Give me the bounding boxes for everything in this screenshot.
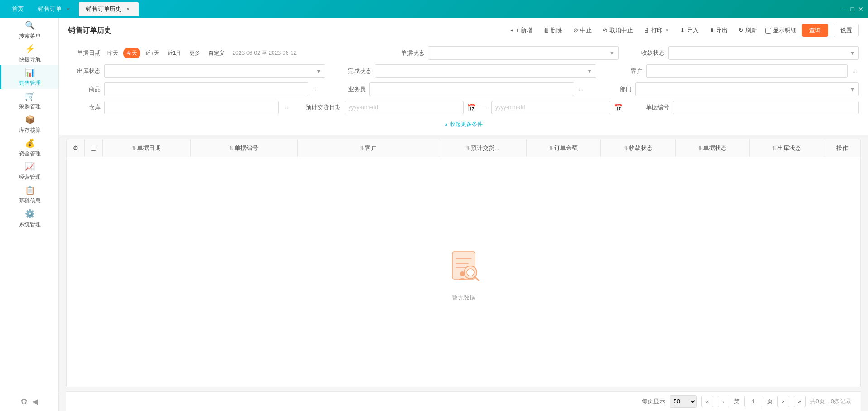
- print-dropdown-icon[interactable]: ▼: [665, 28, 669, 33]
- svg-point-5: [467, 269, 474, 276]
- sidebar-collapse-icon[interactable]: ◀: [32, 396, 38, 406]
- table-body: 暂无数据: [67, 157, 860, 387]
- salesperson-dots[interactable]: ···: [577, 86, 585, 93]
- settings-icon: ⚙: [73, 145, 78, 151]
- product-input[interactable]: [104, 82, 308, 96]
- sidebar-item-purchase-mgmt[interactable]: 🛒 采购管理: [0, 89, 58, 112]
- display-checkbox[interactable]: [765, 28, 771, 34]
- delivery-date-end-placeholder: yyyy-mm-dd: [495, 104, 525, 111]
- next-page-button[interactable]: ›: [777, 396, 789, 407]
- th-sort-icon-delivery-status[interactable]: ⇅: [772, 145, 776, 150]
- delivery-date-start[interactable]: yyyy-mm-dd: [345, 101, 464, 114]
- th-customer: ⇅ 客户: [298, 139, 439, 157]
- delivery-date-control: yyyy-mm-dd 📅 — yyyy-mm-dd 📅: [345, 101, 623, 114]
- date-btn-today[interactable]: 今天: [123, 48, 140, 58]
- date-btn-custom[interactable]: 自定义: [205, 48, 228, 58]
- sidebar-item-system-mgmt-label: 系统管理: [19, 221, 41, 228]
- last-page-button[interactable]: »: [794, 396, 806, 407]
- tab-sales-order-history[interactable]: 销售订单历史 ✕: [79, 2, 139, 16]
- th-sort-icon-payment[interactable]: ⇅: [624, 145, 628, 150]
- th-sort-icon-order-status[interactable]: ⇅: [698, 145, 702, 150]
- date-btn-yesterday[interactable]: 昨天: [104, 48, 121, 58]
- date-btn-7days[interactable]: 近7天: [142, 48, 163, 58]
- th-sort-icon-date[interactable]: ⇅: [132, 145, 136, 150]
- th-delivery-status: ⇅ 出库状态: [750, 139, 824, 157]
- th-sort-icon-delivery[interactable]: ⇅: [466, 145, 470, 150]
- completion-status-label: 完成状态: [339, 67, 375, 75]
- warehouse-dots[interactable]: ···: [282, 104, 290, 111]
- th-date: ⇅ 单据日期: [103, 139, 191, 157]
- new-label: + 新增: [516, 26, 532, 34]
- export-button[interactable]: ⬆ 导出: [707, 24, 731, 36]
- customer-dots[interactable]: ···: [850, 68, 859, 75]
- tab-sales-order[interactable]: 销售订单 ✕: [31, 2, 79, 16]
- calendar-start-icon[interactable]: 📅: [467, 103, 476, 112]
- new-button[interactable]: + + 新增: [508, 24, 535, 36]
- sidebar-item-search-menu-label: 搜索菜单: [19, 32, 41, 40]
- date-control: 昨天 今天 近7天 近1月 更多 自定义 2023-06-02 至 2023-0…: [104, 48, 378, 58]
- th-settings[interactable]: ⚙: [67, 139, 85, 157]
- th-sort-icon-number[interactable]: ⇅: [230, 145, 233, 150]
- order-status-arrow: ▼: [609, 50, 614, 56]
- maximize-button[interactable]: □: [851, 5, 854, 13]
- department-select[interactable]: ▼: [635, 82, 859, 96]
- sidebar-item-search-menu[interactable]: 🔍 搜索菜单: [0, 18, 58, 42]
- sidebar-item-operations[interactable]: 📈 经营管理: [0, 160, 58, 183]
- tab-sales-order-history-label: 销售订单历史: [86, 5, 121, 13]
- product-dots[interactable]: ···: [311, 86, 320, 93]
- sidebar-item-finance[interactable]: 💰 资金管理: [0, 136, 58, 160]
- cancel-stop-button[interactable]: ⊘ 取消中止: [600, 24, 636, 36]
- page-input[interactable]: [744, 396, 762, 407]
- sidebar-item-sales-mgmt[interactable]: 📊 销售管理: [0, 65, 58, 89]
- th-action-label: 操作: [836, 144, 848, 152]
- query-label: 查询: [809, 27, 821, 34]
- tab-home[interactable]: 首页: [5, 2, 31, 16]
- product-control: ···: [104, 82, 320, 96]
- th-sort-icon-customer[interactable]: ⇅: [360, 145, 364, 150]
- th-sort-icon-amount[interactable]: ⇅: [549, 145, 553, 150]
- payment-status-label: 收款状态: [632, 49, 668, 57]
- collapse-row[interactable]: ∧ 收起更多条件: [68, 119, 859, 130]
- delete-label: 🗑 删除: [543, 26, 563, 34]
- delete-button[interactable]: 🗑 删除: [541, 24, 566, 36]
- prev-page-button[interactable]: ‹: [718, 396, 729, 407]
- minimize-button[interactable]: —: [841, 5, 847, 13]
- sidebar-item-inventory[interactable]: 📦 库存核算: [0, 112, 58, 136]
- warehouse-input[interactable]: [104, 101, 279, 114]
- setting-label: 设置: [840, 27, 852, 34]
- sidebar-item-quick-nav-label: 快捷导航: [19, 56, 41, 63]
- sidebar-settings-icon[interactable]: ⚙: [20, 396, 28, 406]
- customer-input[interactable]: [646, 64, 848, 78]
- first-page-button[interactable]: «: [701, 396, 713, 407]
- sidebar-item-basic-info[interactable]: 📋 基础信息: [0, 183, 58, 207]
- salesperson-input[interactable]: [369, 82, 574, 96]
- order-status-select[interactable]: ▼: [428, 46, 619, 60]
- date-btn-more[interactable]: 更多: [186, 48, 203, 58]
- per-page-select[interactable]: 50 10 20 100: [670, 395, 697, 408]
- date-btn-1month[interactable]: 近1月: [164, 48, 185, 58]
- delivery-date-end[interactable]: yyyy-mm-dd: [491, 101, 610, 114]
- refresh-button[interactable]: ↻ 刷新: [736, 24, 760, 36]
- tab-sales-order-close[interactable]: ✕: [64, 5, 72, 13]
- sidebar-item-system-mgmt[interactable]: ⚙️ 系统管理: [0, 207, 58, 230]
- order-number-input[interactable]: [673, 101, 859, 114]
- stop-button[interactable]: ⊘ 中止: [571, 24, 595, 36]
- completion-status-select[interactable]: ▼: [375, 64, 596, 78]
- delivery-status-select[interactable]: ▼: [104, 64, 325, 78]
- table-header: ⚙ ⇅ 单据日期 ⇅ 单据编号 ⇅ 客户 ⇅: [67, 139, 860, 157]
- calendar-end-icon[interactable]: 📅: [614, 103, 623, 112]
- setting-button[interactable]: 设置: [834, 24, 859, 37]
- import-button[interactable]: ⬇ 导入: [677, 24, 701, 36]
- query-button[interactable]: 查询: [802, 24, 828, 37]
- finance-icon: 💰: [25, 138, 35, 148]
- system-mgmt-icon: ⚙️: [25, 209, 35, 219]
- print-button[interactable]: 🖨 打印 ▼: [641, 24, 672, 36]
- sidebar-item-quick-nav[interactable]: ⚡ 快捷导航: [0, 42, 58, 65]
- purchase-mgmt-icon: 🛒: [25, 91, 35, 101]
- payment-status-select[interactable]: ▼: [668, 46, 859, 60]
- tab-sales-order-history-close[interactable]: ✕: [124, 5, 131, 13]
- th-checkbox[interactable]: [85, 139, 103, 157]
- select-all-checkbox[interactable]: [91, 145, 96, 151]
- print-label: 🖨 打印: [644, 26, 663, 34]
- close-button[interactable]: ✕: [858, 5, 863, 13]
